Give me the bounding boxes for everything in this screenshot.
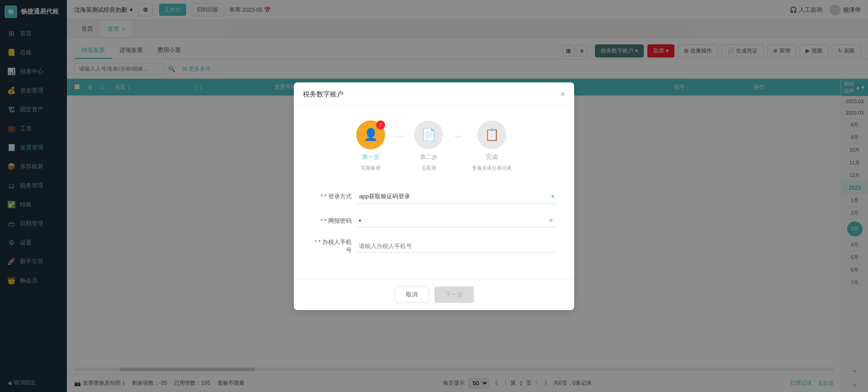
step-2: 📄 第二步 去取票	[414, 120, 443, 172]
step3-desc: 查看具体任务结果	[472, 165, 512, 172]
steps: 👤 ! 第一步 完善账密 → 📄 第二步 去取票	[312, 120, 556, 172]
step-arrow-1: →	[385, 120, 414, 142]
step1-label: 第一步	[362, 153, 380, 161]
modal-header: 税务数字账户 ×	[294, 82, 574, 107]
step-3: 📋 完成 查看具体任务结果	[472, 120, 512, 172]
modal-footer: 取消 下一步	[294, 279, 574, 310]
step2-icon: 📄	[414, 120, 443, 149]
step-1: 👤 ! 第一步 完善账密	[356, 120, 385, 172]
login-method-value: app获取验证码登录	[359, 192, 410, 201]
step2-icon-symbol: 📄	[421, 128, 436, 142]
step-arrow-2: →	[443, 120, 472, 142]
step1-desc: 完善账密	[361, 165, 381, 172]
login-method-dropdown-icon: ▾	[551, 193, 554, 200]
step1-icon: 👤 !	[356, 120, 385, 149]
step3-icon: 📋	[477, 120, 506, 149]
password-input[interactable]	[359, 217, 548, 224]
modal-title: 税务数字账户	[303, 90, 344, 99]
modal-body: 👤 ! 第一步 完善账密 → 📄 第二步 去取票	[294, 107, 574, 279]
phone-input[interactable]	[357, 240, 556, 253]
modal-overlay: 税务数字账户 × 👤 ! 第一步 完善账密 →	[0, 0, 868, 392]
password-field: 👁	[357, 215, 556, 227]
step1-badge-text: !	[380, 122, 381, 128]
step3-icon-symbol: 📋	[485, 128, 499, 142]
step1-icon-symbol: 👤	[363, 128, 378, 142]
login-method-select[interactable]: app获取验证码登录 ▾	[357, 190, 556, 204]
step3-label: 完成	[486, 153, 498, 161]
next-btn[interactable]: 下一步	[434, 287, 474, 303]
password-toggle-icon[interactable]: 👁	[548, 217, 554, 224]
step1-badge: !	[376, 120, 385, 129]
password-label: * 网报密码	[312, 217, 357, 225]
cancel-btn[interactable]: 取消	[395, 287, 429, 303]
modal-close-btn[interactable]: ×	[560, 90, 565, 99]
modal: 税务数字账户 × 👤 ! 第一步 完善账密 →	[294, 82, 574, 310]
step2-label: 第二步	[420, 153, 438, 161]
phone-label: * 办税人手机号	[312, 238, 357, 254]
login-method-row: * 登录方式 app获取验证码登录 ▾	[312, 190, 556, 204]
login-method-label: * 登录方式	[312, 192, 357, 201]
step2-desc: 去取票	[421, 165, 436, 172]
phone-row: * 办税人手机号	[312, 238, 556, 254]
password-row: * 网报密码 👁	[312, 215, 556, 227]
